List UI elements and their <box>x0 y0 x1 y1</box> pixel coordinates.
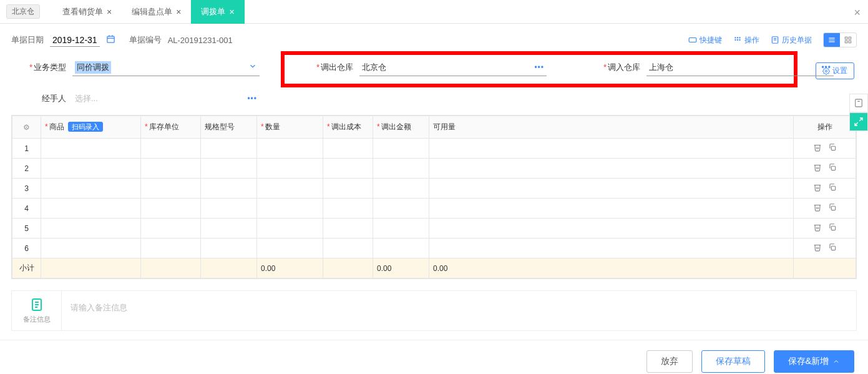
code-label: 单据编号 <box>129 34 162 46</box>
copy-icon[interactable] <box>828 203 837 214</box>
copy-icon[interactable] <box>828 243 837 253</box>
date-value[interactable]: 2019-12-31 <box>50 34 100 47</box>
form-area: 设置 *业务类型 同价调拨 *调出仓库 北京仓 ••• *调入仓库 上海仓 ••… <box>0 56 868 110</box>
doc-header: 单据日期 2019-12-31 单据编号 AL-20191231-001 快捷键… <box>0 24 868 56</box>
svg-rect-31 <box>831 206 835 210</box>
close-icon[interactable]: × <box>176 7 181 17</box>
copy-icon[interactable] <box>828 163 837 174</box>
field-handler: 经手人 选择... ••• <box>11 90 260 107</box>
tab-sales[interactable]: 查看销货单 × <box>52 0 122 24</box>
table-wrap: ⚙ *商品扫码录入 *库存单位 规格型号 *数量 *调出成本 *调出金额 可用量… <box>11 115 857 279</box>
subtotal-row: 小计 0.00 0.00 0.00 <box>12 258 856 278</box>
more-icon[interactable]: ••• <box>534 63 544 72</box>
svg-point-11 <box>737 39 738 40</box>
calendar-icon[interactable] <box>106 34 115 46</box>
header-actions: 快捷键 操作 历史单据 <box>688 32 857 47</box>
svg-rect-29 <box>831 166 835 170</box>
subtotal-amount: 0.00 <box>373 258 429 278</box>
in-wh-select[interactable]: 上海仓 ••• <box>646 59 834 76</box>
table-row[interactable]: 5 <box>12 219 856 239</box>
svg-rect-21 <box>845 41 847 43</box>
tab-inventory-edit[interactable]: 编辑盘点单 × <box>122 0 191 24</box>
in-wh-label: *调入仓库 <box>585 62 640 73</box>
delete-icon[interactable] <box>813 183 822 194</box>
save-draft-button[interactable]: 保存草稿 <box>701 350 765 373</box>
field-out-warehouse: *调出仓库 北京仓 ••• <box>298 59 547 76</box>
th-qty: *数量 <box>257 116 323 139</box>
footer: 放弃 保存草稿 保存&新增 <box>0 340 868 374</box>
close-icon[interactable]: × <box>107 7 112 17</box>
svg-rect-28 <box>831 146 835 150</box>
more-icon[interactable]: ••• <box>821 63 831 72</box>
row-index: 5 <box>12 219 41 239</box>
svg-point-9 <box>739 37 740 38</box>
th-available: 可用量 <box>429 116 794 139</box>
scan-badge[interactable]: 扫码录入 <box>68 122 103 132</box>
location-tag[interactable]: 北京仓 <box>6 4 40 19</box>
table-row[interactable]: 4 <box>12 199 856 219</box>
svg-rect-32 <box>831 226 835 230</box>
items-table: ⚙ *商品扫码录入 *库存单位 规格型号 *数量 *调出成本 *调出金额 可用量… <box>12 116 856 278</box>
handler-select[interactable]: 选择... ••• <box>72 90 260 107</box>
delete-icon[interactable] <box>813 243 822 253</box>
clipboard-icon <box>29 297 44 312</box>
global-close-icon[interactable]: × <box>854 6 861 19</box>
svg-rect-24 <box>856 99 862 107</box>
copy-icon[interactable] <box>828 183 837 194</box>
tab-transfer[interactable]: 调拨单 × <box>191 0 244 24</box>
code-value: AL-20191231-001 <box>168 36 233 45</box>
date-label: 单据日期 <box>11 34 44 46</box>
svg-point-7 <box>735 37 736 38</box>
th-op: 操作 <box>794 116 856 139</box>
shortcut-link[interactable]: 快捷键 <box>688 35 722 46</box>
table-row[interactable]: 1 <box>12 139 856 159</box>
svg-rect-4 <box>689 38 696 42</box>
out-wh-label: *调出仓库 <box>298 62 353 73</box>
delete-icon[interactable] <box>813 203 822 214</box>
copy-icon[interactable] <box>828 223 837 234</box>
side-memo-icon[interactable] <box>849 94 868 112</box>
subtotal-qty: 0.00 <box>257 258 323 278</box>
view-grid-icon[interactable] <box>840 33 856 47</box>
biz-type-label: *业务类型 <box>11 62 66 73</box>
gear-icon: ⚙ <box>23 123 30 132</box>
biz-type-select[interactable]: 同价调拨 <box>72 59 260 76</box>
delete-icon[interactable] <box>813 143 822 154</box>
chevron-up-icon <box>832 358 840 365</box>
row-index: 2 <box>12 159 41 179</box>
row-index: 3 <box>12 179 41 199</box>
table-row[interactable]: 3 <box>12 179 856 199</box>
row-index: 4 <box>12 199 41 219</box>
svg-rect-30 <box>831 186 835 190</box>
th-spec: 规格型号 <box>201 116 257 139</box>
table-row[interactable]: 2 <box>12 159 856 179</box>
history-link[interactable]: 历史单据 <box>771 35 812 46</box>
chevron-down-icon <box>248 62 257 72</box>
discard-button[interactable]: 放弃 <box>646 350 693 373</box>
table-row[interactable]: 6 <box>12 239 856 258</box>
view-list-icon[interactable] <box>824 33 840 47</box>
tab-label: 调拨单 <box>201 6 225 17</box>
th-unit: *库存单位 <box>141 116 201 139</box>
more-icon[interactable]: ••• <box>247 94 257 103</box>
remark-input[interactable]: 请输入备注信息 <box>62 291 856 330</box>
out-wh-select[interactable]: 北京仓 ••• <box>359 59 547 76</box>
th-product: *商品扫码录入 <box>41 116 141 139</box>
delete-icon[interactable] <box>813 163 822 174</box>
th-gear[interactable]: ⚙ <box>12 116 41 139</box>
handler-label: 经手人 <box>11 93 66 104</box>
operate-link[interactable]: 操作 <box>733 35 759 46</box>
tab-label: 编辑盘点单 <box>132 6 172 17</box>
delete-icon[interactable] <box>813 223 822 234</box>
save-new-button[interactable]: 保存&新增 <box>774 350 854 373</box>
row-index: 6 <box>12 239 41 258</box>
svg-rect-22 <box>849 41 851 43</box>
tabs-bar: 北京仓 查看销货单 × 编辑盘点单 × 调拨单 × × <box>0 0 868 24</box>
svg-point-10 <box>735 39 736 40</box>
close-icon[interactable]: × <box>229 7 234 17</box>
svg-rect-33 <box>831 246 835 250</box>
th-out-amount: *调出金额 <box>373 116 429 139</box>
copy-icon[interactable] <box>828 143 837 154</box>
side-expand-icon[interactable] <box>849 112 868 131</box>
field-in-warehouse: *调入仓库 上海仓 ••• <box>585 59 834 76</box>
